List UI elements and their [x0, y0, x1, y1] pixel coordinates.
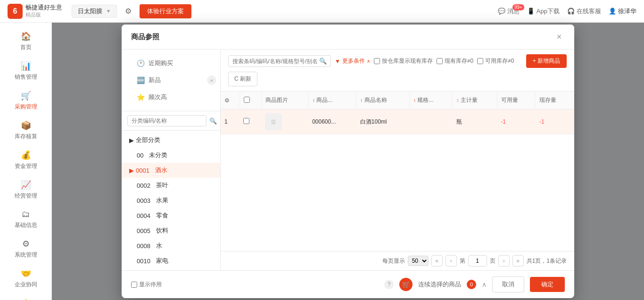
check-stock-input[interactable]	[374, 58, 380, 64]
nav-item-frequent[interactable]: ⭐ 频次高	[129, 89, 207, 105]
message-nav-item[interactable]: 💬 消息 99+	[498, 7, 520, 16]
category-item-snack[interactable]: 0004 零食	[122, 208, 220, 223]
modal-close-button[interactable]: ×	[553, 31, 565, 42]
modal-overlay: 商品参照 × 🕐 近期购买	[52, 23, 644, 300]
category-tree: ▶ 全部分类 00 未分类 ▶ 0001	[122, 131, 220, 270]
show-disabled-checkbox[interactable]	[131, 282, 137, 288]
check-stock-label[interactable]: 按仓库显示现有库存	[374, 57, 433, 65]
cat-arrow-liquor: ▶	[129, 167, 134, 174]
row-name: 白酒100ml	[356, 109, 410, 134]
row-num: 1	[221, 109, 239, 134]
row-stock: -1	[536, 109, 574, 134]
th-unit[interactable]: ↕ 主计量	[453, 92, 497, 109]
app-download-item[interactable]: 📱 App下载	[527, 7, 560, 16]
service-item[interactable]: 🎧 在线客服	[567, 7, 601, 16]
product-table-wrap: ⚙ 商品图片 ↕ 商品... ↕ 商品名称 ↕ 规格... ↕ 主计量 可用量	[221, 92, 574, 251]
th-settings[interactable]: ⚙	[221, 92, 239, 109]
category-item-appliance[interactable]: 0010 家电	[122, 253, 220, 268]
nav-item-new[interactable]: 🆕 新品	[129, 72, 207, 88]
page-input[interactable]	[468, 255, 487, 267]
filter-chevron-icon: ∧	[367, 58, 370, 64]
table-header-row: ⚙ 商品图片 ↕ 商品... ↕ 商品名称 ↕ 规格... ↕ 主计量 可用量	[221, 92, 574, 109]
store-selector[interactable]: 日太阳膜 ▼	[72, 5, 117, 18]
settings-icon[interactable]: ⚙	[121, 4, 136, 19]
nav-item-recent[interactable]: 🕐 近期购买	[129, 55, 207, 71]
select-all-checkbox[interactable]	[244, 97, 250, 103]
user-item[interactable]: 👤 徐泽华	[609, 7, 636, 16]
left-panel-nav: 🕐 近期购买 🆕 新品 ⭐ 频次高	[122, 50, 220, 111]
category-item-uncategorized[interactable]: 00 未分类	[122, 148, 220, 163]
row-available: -1	[497, 109, 536, 134]
left-panel-collapse-button[interactable]: «	[207, 75, 216, 85]
th-name[interactable]: ↕ 商品名称	[356, 92, 410, 109]
chevron-down-icon: ▼	[106, 8, 111, 14]
sidebar-item-system[interactable]: ⚙ 系统管理	[0, 234, 51, 264]
sidebar-item-finance[interactable]: 💰 资金管理	[0, 145, 51, 175]
left-panel: 🕐 近期购买 🆕 新品 ⭐ 频次高	[122, 50, 221, 270]
headset-icon: 🎧	[567, 8, 575, 15]
category-search-input[interactable]	[127, 115, 206, 126]
per-page-select[interactable]: 50	[408, 256, 429, 266]
page-first-button[interactable]: «	[431, 255, 443, 267]
page-next-button[interactable]: ›	[498, 255, 510, 267]
help-icon[interactable]: ?	[384, 280, 394, 289]
sidebar-label-basic: 基础信息	[15, 221, 37, 229]
sidebar-item-basic[interactable]: 🗂 基础信息	[0, 205, 51, 234]
sidebar-label-finance: 资金管理	[15, 162, 37, 170]
category-item-liquor[interactable]: ▶ 0001 酒水	[122, 163, 220, 178]
cart-area: ? 🛒 连续选择的商品 0 ∧	[384, 278, 487, 291]
show-disabled-label[interactable]: 显示停用	[131, 281, 162, 289]
modal-footer: 显示停用 ? 🛒 连续选择的商品 0 ∧ 取消 确定	[122, 270, 574, 298]
th-available: 可用量	[497, 92, 536, 109]
sidebar-item-sales[interactable]: 📊 销售管理	[0, 56, 51, 86]
image-icon: 🖼	[271, 119, 276, 125]
category-item-all[interactable]: ▶ 全部分类	[122, 133, 220, 148]
category-item-tea[interactable]: 0002 茶叶	[122, 178, 220, 193]
refresh-button[interactable]: C 刷新	[228, 72, 257, 86]
product-search-input[interactable]	[232, 58, 317, 65]
cart-collapse-icon[interactable]: ∧	[482, 281, 487, 288]
finance-icon: 💰	[21, 150, 31, 160]
check-available-label[interactable]: 现有库存≠0	[437, 57, 473, 65]
page-last-button[interactable]: »	[512, 255, 524, 267]
modal-title: 商品参照	[131, 33, 553, 42]
category-search: 🔍	[122, 111, 220, 131]
sidebar-item-management[interactable]: 📈 经营管理	[0, 175, 51, 205]
add-product-button[interactable]: + 新增商品	[526, 54, 567, 68]
logo-area: 6 畅捷通好生意 精品版	[8, 4, 62, 19]
table-row[interactable]: 1 🖼 000600... 白酒100ml	[221, 109, 574, 134]
category-search-icon[interactable]: 🔍	[209, 117, 217, 125]
trial-button[interactable]: 体验行业方案	[140, 4, 191, 18]
sidebar-item-purchase[interactable]: 🛒 采购管理	[0, 86, 51, 116]
category-item-beverage[interactable]: 0005 饮料	[122, 223, 220, 238]
logo-icon: 6	[8, 4, 23, 19]
filter-icon: ▼	[335, 58, 340, 65]
sidebar-item-home[interactable]: 🏠 首页	[0, 26, 51, 56]
check-usable-label[interactable]: 可用库存≠0	[477, 57, 514, 65]
frequent-icon: ⭐	[137, 93, 145, 101]
cart-label: 连续选择的商品	[418, 280, 461, 289]
cart-button[interactable]: 🛒	[399, 278, 413, 291]
row-select-checkbox[interactable]	[243, 118, 249, 124]
page-prev-button[interactable]: ‹	[446, 255, 457, 267]
filter-button[interactable]: ▼ 更多条件 ∧	[335, 57, 370, 65]
cancel-button[interactable]: 取消	[492, 276, 524, 292]
nav-right: 💬 消息 99+ 📱 App下载 🎧 在线客服 👤 徐泽华	[498, 7, 636, 16]
modal-header: 商品参照 ×	[122, 25, 574, 50]
th-checkbox[interactable]	[239, 92, 261, 109]
sidebar-label-management: 经营管理	[15, 192, 37, 200]
product-table: ⚙ 商品图片 ↕ 商品... ↕ 商品名称 ↕ 规格... ↕ 主计量 可用量	[221, 92, 574, 134]
sidebar-item-guide[interactable]: 🌟 新手引导	[0, 293, 51, 300]
check-available-input[interactable]	[437, 58, 443, 64]
sidebar-item-enterprise[interactable]: 🤝 企业协同	[0, 264, 51, 293]
th-spec[interactable]: ↕ 规格...	[410, 92, 453, 109]
th-code[interactable]: ↕ 商品...	[308, 92, 356, 109]
search-icon[interactable]: 🔍	[319, 58, 327, 65]
row-checkbox[interactable]	[239, 109, 261, 134]
category-item-water[interactable]: 0008 水	[122, 238, 220, 253]
confirm-button[interactable]: 确定	[530, 277, 565, 292]
check-usable-input[interactable]	[477, 58, 483, 64]
category-item-fruit[interactable]: 0003 水果	[122, 193, 220, 208]
page-suffix: 页	[490, 257, 495, 265]
sidebar-item-inventory[interactable]: 📦 库存核算	[0, 116, 51, 145]
